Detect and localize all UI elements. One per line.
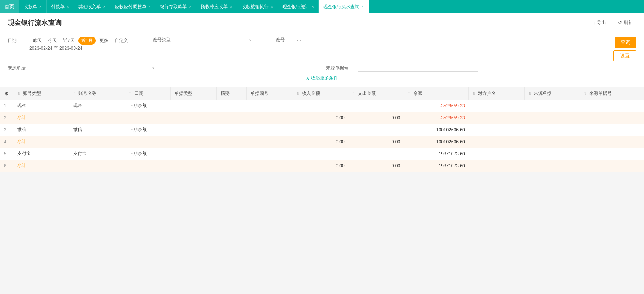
nav-item-pre-receive[interactable]: 预收冲应收单 ×	[196, 0, 237, 13]
table-header-doc-number: 单据编号	[246, 87, 293, 100]
table-header-balance[interactable]: ⇅ 余额	[404, 87, 468, 100]
row-index: 1	[0, 100, 14, 112]
nav-receipts-label: 收款单	[24, 4, 37, 10]
row-index: 3	[0, 124, 14, 136]
gear-icon: ⚙	[5, 91, 9, 96]
nav-cash-stats-label: 现金银行统计	[282, 4, 309, 10]
row-index: 6	[0, 160, 14, 172]
close-pre-receive-icon[interactable]: ×	[230, 5, 232, 9]
nav-verify-label: 收款核销执行	[242, 4, 269, 10]
settings-button[interactable]: 设置	[613, 50, 636, 61]
row-summary	[216, 100, 246, 112]
source-doc-select[interactable]: ∨	[36, 65, 156, 71]
nav-item-adjustment[interactable]: 应收应付调整单 ×	[110, 0, 156, 13]
top-navigation: 首页 收款单 × 付款单 × 其他收入单 × 应收应付调整单 × 银行存取款单 …	[0, 0, 644, 13]
nav-item-other-income[interactable]: 其他收入单 ×	[74, 0, 110, 13]
source-doc-label: 来源单据	[8, 65, 30, 71]
table-row: 1现金现金上期余额-3528659.33	[0, 100, 644, 112]
source-doc-number-filter: 来源单据号	[326, 64, 637, 72]
row-doc-type	[170, 136, 216, 148]
close-cash-stats-icon[interactable]: ×	[312, 5, 314, 9]
date-btn-1month[interactable]: 近1月	[78, 37, 96, 45]
table-header-account-name[interactable]: ⇅ 账号名称	[69, 87, 125, 100]
collapse-bar[interactable]: ∧ 收起更多条件	[8, 73, 636, 84]
table-header-source-doc-no[interactable]: ⇅ 来源单据号	[580, 87, 644, 100]
row-date: 上期余额	[125, 124, 170, 136]
close-cash-flow-icon[interactable]: ×	[362, 5, 364, 9]
export-button[interactable]: ↑ 导出	[590, 18, 610, 27]
nav-bank-deposit-label: 银行存取款单	[160, 4, 187, 10]
date-btn-7days[interactable]: 近7天	[61, 37, 77, 45]
row-account-name	[69, 160, 125, 172]
table-header-gear[interactable]: ⚙	[0, 87, 14, 100]
row-account-type: 现金	[14, 100, 69, 112]
nav-item-cash-stats[interactable]: 现金银行统计 ×	[278, 0, 319, 13]
nav-item-home[interactable]: 首页	[0, 0, 19, 13]
account-type-select[interactable]: ∨	[178, 37, 253, 43]
row-index: 5	[0, 148, 14, 160]
table-row: 6小计0.000.0019871073.60	[0, 160, 644, 172]
table-row: 5支付宝支付宝上期余额19871073.60	[0, 148, 644, 160]
table-header-date[interactable]: ⇅ 日期	[125, 87, 170, 100]
row-account-name: 现金	[69, 100, 125, 112]
page-header: 现金银行流水查询 ↑ 导出 ↺ 刷新	[0, 13, 644, 32]
row-expense: 0.00	[348, 112, 404, 124]
row-counterpart	[469, 160, 525, 172]
table-header-account-type[interactable]: ⇅ 账号类型	[14, 87, 69, 100]
sort-date-icon: ⇅	[129, 92, 132, 96]
row-date: 上期余额	[125, 148, 170, 160]
row-expense	[348, 124, 404, 136]
nav-payments-label: 付款单	[51, 4, 65, 10]
query-button[interactable]: 查询	[615, 37, 636, 48]
nav-item-payments[interactable]: 付款单 ×	[47, 0, 74, 13]
row-doc-number	[246, 160, 293, 172]
close-verify-icon[interactable]: ×	[271, 5, 273, 9]
close-other-income-icon[interactable]: ×	[103, 5, 105, 9]
table-header-expense[interactable]: ⇅ 支出金额	[348, 87, 404, 100]
table-header-source-doc[interactable]: ⇅ 来源单据	[524, 87, 580, 100]
row-income	[293, 124, 348, 136]
sort-expense-icon: ⇅	[352, 92, 355, 96]
nav-item-verify[interactable]: 收款核销执行 ×	[237, 0, 278, 13]
account-type-filter-label: 账号类型	[153, 37, 175, 43]
subtotal-label: 小计	[17, 163, 26, 168]
date-btn-today[interactable]: 今天	[46, 37, 59, 45]
account-dots-button[interactable]: ···	[294, 37, 304, 43]
table-header-summary: 摘要	[216, 87, 246, 100]
row-income: 0.00	[293, 136, 348, 148]
row-account-name	[69, 136, 125, 148]
date-btn-yesterday[interactable]: 昨天	[31, 37, 44, 45]
sort-income-icon: ⇅	[297, 92, 300, 96]
close-adjustment-icon[interactable]: ×	[149, 5, 151, 9]
nav-item-cash-flow[interactable]: 现金银行流水查询 ×	[319, 0, 369, 13]
close-bank-deposit-icon[interactable]: ×	[189, 5, 191, 9]
subtotal-label: 小计	[17, 139, 26, 144]
date-btn-custom[interactable]: 自定义	[112, 37, 130, 45]
row-summary	[216, 112, 246, 124]
subtotal-label: 小计	[17, 115, 26, 120]
row-account-type: 小计	[14, 136, 69, 148]
refresh-button[interactable]: ↺ 刷新	[614, 18, 636, 27]
account-type-chevron-icon: ∨	[249, 38, 252, 42]
close-payments-icon[interactable]: ×	[67, 5, 69, 9]
row-summary	[216, 148, 246, 160]
sort-source-doc-no-icon: ⇅	[584, 92, 587, 96]
date-btn-more[interactable]: 更多	[97, 37, 111, 45]
page-title: 现金银行流水查询	[8, 18, 62, 27]
source-doc-number-input[interactable]	[358, 64, 478, 72]
row-account-type: 小计	[14, 160, 69, 172]
row-date	[125, 160, 170, 172]
table-row: 4小计0.000.00100102606.60	[0, 136, 644, 148]
nav-item-receipts[interactable]: 收款单 ×	[19, 0, 47, 13]
row-expense	[348, 100, 404, 112]
row-balance: 100102606.60	[404, 136, 468, 148]
table-header-income[interactable]: ⇅ 收入金额	[293, 87, 348, 100]
filter-second-row: 来源单据 ∨ 来源单据号	[8, 64, 636, 72]
source-doc-number-label: 来源单据号	[326, 65, 352, 71]
table-header-counterpart[interactable]: ⇅ 对方户名	[469, 87, 525, 100]
close-receipts-icon[interactable]: ×	[39, 5, 42, 9]
filter-area: 日期 昨天 今天 近7天 近1月 更多 自定义	[0, 32, 644, 87]
nav-item-bank-deposit[interactable]: 银行存取款单 ×	[155, 0, 196, 13]
collapse-label: 收起更多条件	[311, 75, 338, 81]
export-icon: ↑	[593, 20, 596, 25]
